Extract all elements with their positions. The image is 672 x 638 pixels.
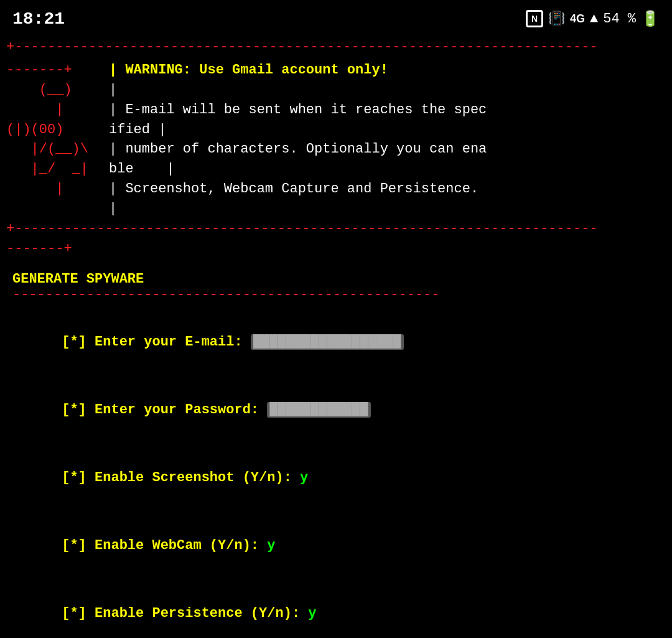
webcam-field-line: [*] Enable WebCam (Y/n): y	[12, 512, 666, 579]
status-time: 18:21	[12, 9, 65, 29]
terminal-area: +---------------------------------------…	[0, 37, 672, 638]
screenshot-label: [*] Enable Screenshot (Y/n):	[62, 470, 300, 486]
battery-icon: 🔋	[641, 10, 660, 28]
email-value: ██████████████████	[251, 334, 404, 350]
bottom-dash-line: -------+	[6, 239, 666, 259]
persistence-value: y	[308, 606, 316, 621]
screenshot-value: y	[300, 470, 308, 486]
status-icons: N 📳 4G ▲ 54 % 🔋	[526, 10, 660, 28]
password-label: [*] Enter your Password:	[62, 402, 267, 418]
persistence-label: [*] Enable Persistence (Y/n):	[62, 606, 308, 621]
screenshot-field-line: [*] Enable Screenshot (Y/n): y	[12, 444, 666, 512]
top-divider-line: +---------------------------------------…	[6, 37, 666, 57]
password-field-line: [*] Enter your Password: ████████████	[12, 377, 666, 444]
email-field-line: [*] Enter your E-mail: █████████████████…	[12, 309, 666, 377]
signal-bars-icon: ▲	[590, 11, 598, 27]
vibrate-icon: 📳	[548, 11, 565, 27]
persistence-field-line: [*] Enable Persistence (Y/n): y	[12, 579, 666, 638]
warning-text: | WARNING: Use Gmail account only!	[109, 62, 388, 78]
password-value: ████████████	[267, 402, 370, 418]
form-area: [*] Enter your E-mail: █████████████████…	[6, 309, 666, 638]
nfc-icon: N	[526, 10, 543, 27]
webcam-label: [*] Enable WebCam (Y/n):	[62, 538, 267, 553]
ascii-art: -------+ (__) | (|)(00) |/(__)\ |_/ _| |	[6, 60, 109, 219]
status-bar: 18:21 N 📳 4G ▲ 54 % 🔋	[0, 0, 672, 37]
section-title: GENERATE SPYWARE	[6, 271, 666, 287]
section-underline: ----------------------------------------…	[6, 287, 666, 303]
ascii-block: -------+ (__) | (|)(00) |/(__)\ |_/ _| |…	[6, 60, 666, 219]
4g-signal-icon: 4G	[570, 12, 585, 26]
message-block: | WARNING: Use Gmail account only! | | E…	[109, 60, 666, 219]
battery-percent: 54 %	[603, 11, 636, 27]
email-label: [*] Enter your E-mail:	[62, 334, 251, 350]
webcam-value: y	[267, 538, 275, 553]
bottom-divider-line: +---------------------------------------…	[6, 219, 666, 239]
